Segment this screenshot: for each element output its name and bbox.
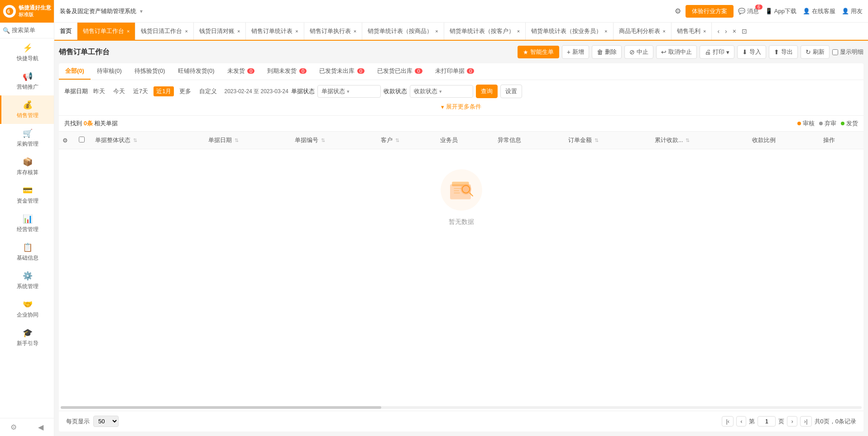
scrollbar-thumb[interactable] <box>61 406 381 409</box>
table-scroll-area[interactable]: ⚙ 单据整体状态 ⇅ 单据日期 ⇅ <box>59 132 863 404</box>
close-icon[interactable]: × <box>185 28 187 34</box>
sidebar-item-sales[interactable]: 💰 销售管理 <box>0 95 54 124</box>
experience-btn[interactable]: 体验行业方案 <box>686 5 734 18</box>
subtab-wangpu-pending-ship[interactable]: 旺铺待发货(0) <box>172 63 221 80</box>
sidebar-item-quick-nav[interactable]: ⚡ 快捷导航 <box>0 38 54 67</box>
smart-generate-btn[interactable]: ★ 智能生单 <box>518 46 559 58</box>
tab-sales-order-workbench[interactable]: 销售订单工作台 × <box>77 23 135 40</box>
sort-icon[interactable]: ⇅ <box>133 137 137 143</box>
date-today[interactable]: 今天 <box>110 86 128 96</box>
subtab-overdue-label: 到期未发货 <box>267 67 297 74</box>
expand-conditions-btn[interactable]: ▾ 展开更多条件 <box>441 103 481 111</box>
sidebar-item-enterprise[interactable]: 🤝 企业协同 <box>0 295 54 323</box>
tab-cash-reconcile[interactable]: 钱货日清对账 × <box>194 23 246 40</box>
page-last-btn[interactable]: ›| <box>800 416 812 427</box>
page-next-btn[interactable]: › <box>787 416 797 427</box>
tab-sales-stats-product[interactable]: 销货单统计表（按商品） × <box>362 23 444 40</box>
date-1month[interactable]: 近1月 <box>153 86 174 96</box>
tab-sales-order-exec[interactable]: 销售订单执行表 × <box>304 23 362 40</box>
date-7days[interactable]: 近7天 <box>130 86 151 96</box>
tab-label: 销货单统计表（按商品） <box>368 27 432 35</box>
subtab-pending-review[interactable]: 待审核(0) <box>91 63 128 80</box>
page-size-select[interactable]: 50 10 20 100 <box>93 416 119 427</box>
tab-sales-order-stats[interactable]: 销售订单统计表 × <box>246 23 304 40</box>
app-download-btn[interactable]: 📱 App下载 <box>765 7 796 15</box>
sidebar-item-purchase[interactable]: 🛒 采购管理 <box>0 124 54 152</box>
payment-select[interactable]: 收款状态 ▾ <box>410 85 473 98</box>
close-icon[interactable]: × <box>517 28 520 34</box>
settings-filter-btn[interactable]: 设置 <box>500 85 522 98</box>
print-btn[interactable]: 🖨 打印 ▾ <box>700 45 734 59</box>
column-settings-icon[interactable]: ⚙ <box>62 137 68 144</box>
sort-icon[interactable]: ⇅ <box>235 137 239 143</box>
stop-btn[interactable]: ⊘ 中止 <box>624 45 653 59</box>
collapse-btn[interactable]: ◀ <box>38 423 43 431</box>
tab-home[interactable]: 首页 <box>54 23 77 40</box>
sidebar-item-basic-info[interactable]: 📋 基础信息 <box>0 238 54 266</box>
tab-cash-daily[interactable]: 钱货日清工作台 × <box>135 23 193 40</box>
subtab-overdue-not-shipped[interactable]: 到期未发货 0 <box>261 63 313 80</box>
sort-icon[interactable]: ⇅ <box>395 137 399 143</box>
close-icon[interactable]: × <box>354 28 356 34</box>
horizontal-scrollbar[interactable] <box>59 404 863 411</box>
date-yesterday[interactable]: 昨天 <box>91 86 108 96</box>
close-icon[interactable]: × <box>295 28 298 34</box>
close-icon[interactable]: × <box>604 28 607 34</box>
online-service-btn[interactable]: 👤 在线客服 <box>803 7 835 15</box>
select-all-checkbox[interactable] <box>79 137 85 142</box>
export-icon: ⬆ <box>774 48 779 56</box>
delete-btn[interactable]: 🗑 删除 <box>592 45 622 59</box>
query-btn[interactable]: 查询 <box>476 85 498 98</box>
gear-icon[interactable]: ⚙ <box>675 7 681 15</box>
subtab-not-printed[interactable]: 未打印单据 0 <box>429 63 481 80</box>
sidebar-item-inventory[interactable]: 📦 库存核算 <box>0 152 54 181</box>
export-btn[interactable]: ⬆ 导出 <box>769 45 798 59</box>
import-btn[interactable]: ⬇ 导入 <box>737 45 766 59</box>
page-prev-btn[interactable]: ‹ <box>736 416 746 427</box>
close-icon[interactable]: × <box>127 28 129 34</box>
review-btn[interactable]: 审核 <box>797 119 815 128</box>
subtab-shipped-not-out[interactable]: 已发货未出库 0 <box>313 63 371 80</box>
show-detail-input[interactable] <box>832 49 838 55</box>
tab-next-btn[interactable]: › <box>723 27 729 36</box>
settings-bottom-btn[interactable]: ⚙ <box>10 423 17 431</box>
sidebar-item-system[interactable]: ⚙️ 系统管理 <box>0 266 54 295</box>
tab-product-margin[interactable]: 商品毛利分析表 × <box>614 23 671 40</box>
close-icon[interactable]: × <box>237 28 240 34</box>
message-btn[interactable]: 💬 消息 6 <box>738 7 759 15</box>
tab-expand-btn[interactable]: ⊡ <box>740 27 749 36</box>
sort-icon[interactable]: ⇅ <box>321 137 325 143</box>
show-detail-checkbox[interactable]: 显示明细 <box>832 48 863 56</box>
close-icon[interactable]: × <box>703 28 706 34</box>
tab-prev-btn[interactable]: ‹ <box>715 27 721 36</box>
tab-close-all-btn[interactable]: × <box>731 27 738 36</box>
subtab-not-shipped[interactable]: 未发货 0 <box>221 63 261 80</box>
sidebar-item-guide[interactable]: 🎓 新手引导 <box>0 323 54 352</box>
tab-label: 商品毛利分析表 <box>619 27 660 35</box>
cancel-stop-btn[interactable]: ↩ 取消中止 <box>656 45 697 59</box>
refresh-btn[interactable]: ↻ 刷新 <box>801 45 830 59</box>
sidebar-item-operation[interactable]: 📊 经营管理 <box>0 209 54 238</box>
user-btn[interactable]: 👤 用友 <box>842 7 863 15</box>
date-custom[interactable]: 自定义 <box>197 86 220 96</box>
subtab-pending-inspect[interactable]: 待拣验货(0) <box>128 63 172 80</box>
tab-sales-gross[interactable]: 销售毛利 × <box>671 23 712 40</box>
status-select[interactable]: 单据状态 ▾ <box>317 85 381 98</box>
tab-sales-stats-salesman[interactable]: 销货单统计表（按业务员） × <box>526 23 613 40</box>
sidebar-item-marketing[interactable]: 📢 营销推广 <box>0 67 54 95</box>
add-btn[interactable]: + 新增 <box>562 45 589 59</box>
subtab-all[interactable]: 全部(0) <box>59 63 91 80</box>
tab-sales-stats-customer[interactable]: 销货单统计表（按客户） × <box>444 23 526 40</box>
abandon-review-btn[interactable]: 弃审 <box>819 119 836 128</box>
close-icon[interactable]: × <box>663 28 666 34</box>
date-more[interactable]: 更多 <box>177 86 194 96</box>
sidebar-item-finance[interactable]: 💳 资金管理 <box>0 181 54 209</box>
ship-btn[interactable]: 发货 <box>841 119 858 128</box>
subtab-shipped-out[interactable]: 已发货已出库 0 <box>371 63 429 80</box>
sort-icon[interactable]: ⇅ <box>686 137 690 143</box>
close-icon[interactable]: × <box>435 28 438 34</box>
page-first-btn[interactable]: |‹ <box>722 416 734 427</box>
sidebar-search[interactable]: 🔍 搜索菜单 <box>0 23 54 38</box>
page-input[interactable] <box>758 416 776 427</box>
sort-icon[interactable]: ⇅ <box>595 137 599 143</box>
